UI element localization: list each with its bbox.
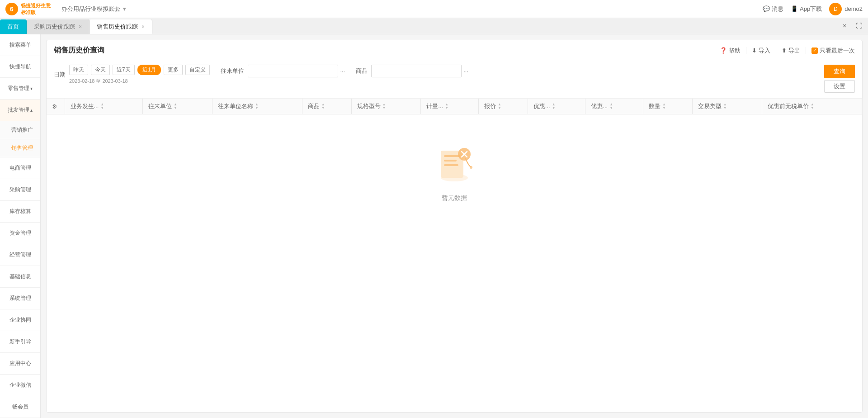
sidebar-item-app-center[interactable]: 应用中心	[0, 353, 40, 375]
divider-1	[746, 47, 746, 54]
sidebar-enterprise-wechat-label: 企业微信	[9, 382, 31, 389]
export-btn[interactable]: ⬆ 导出	[782, 47, 800, 55]
tab-sales-history[interactable]: 销售历史价跟踪 ×	[90, 19, 152, 34]
date-btn-1month[interactable]: 近1月	[137, 65, 161, 75]
partner-input-area: ···	[248, 65, 345, 77]
col-pre-discount-price[interactable]: 优惠前无税单价 ▲▼	[762, 99, 862, 114]
help-btn[interactable]: ❓ 帮助	[720, 47, 741, 55]
sidebar-item-quick-nav[interactable]: 快捷导航	[0, 56, 40, 78]
sidebar-item-ecommerce[interactable]: 电商管理	[0, 157, 40, 179]
settings-icon[interactable]: ⚙	[52, 103, 57, 110]
sidebar-item-search-menu[interactable]: 搜索菜单	[0, 34, 40, 56]
col-price[interactable]: 报价 ▲▼	[478, 99, 528, 114]
sidebar-marketing-label: 营销推广	[11, 126, 33, 134]
sort-arrows-pre-discount-price[interactable]: ▲▼	[811, 103, 814, 110]
empty-state: 暂元数据	[47, 114, 862, 229]
app-title-arrow[interactable]: ▾	[123, 5, 126, 12]
sort-arrows-partner-code[interactable]: ▲▼	[174, 103, 177, 110]
message-btn[interactable]: 💬 消息	[763, 5, 783, 13]
sidebar-item-system-mgmt[interactable]: 系统管理	[0, 288, 40, 309]
sidebar-item-sales-mgmt[interactable]: 销售管理	[0, 139, 40, 157]
date-btn-more[interactable]: 更多	[164, 65, 183, 75]
col-quantity[interactable]: 数量 ▲▼	[643, 99, 692, 114]
table-container: ⚙ 业务发生... ▲▼ 往来单位	[47, 99, 862, 412]
sidebar-member-label: 畅会员	[12, 404, 28, 411]
tab-home[interactable]: 首页	[0, 19, 27, 34]
import-btn[interactable]: ⬇ 导入	[752, 47, 770, 55]
col-product[interactable]: 商品 ▲▼	[302, 99, 351, 114]
tab-bar: 首页 采购历史价跟踪 × 销售历史价跟踪 × × ⛶	[0, 18, 868, 34]
sidebar-item-finance[interactable]: 资金管理	[0, 223, 40, 244]
col-trade-type[interactable]: 交易类型 ▲▼	[692, 99, 762, 114]
sidebar-item-retail-mgmt[interactable]: 零售管理 ▾	[0, 78, 40, 100]
chevron-down-icon: ▾	[30, 86, 33, 91]
svg-point-8	[470, 166, 472, 169]
date-buttons: 昨天 今天 近7天 近1月 更多 自定义	[69, 65, 210, 75]
user-name: demo2	[844, 5, 863, 12]
sidebar-item-marketing[interactable]: 营销推广	[0, 121, 40, 139]
sidebar-item-basic-info[interactable]: 基础信息	[0, 266, 40, 288]
date-filter-group: 日期 昨天 今天 近7天 近1月 更多 自定义 2023-02-18 至 202…	[54, 65, 210, 85]
col-biz-date-label: 业务发生...	[71, 102, 99, 110]
date-btn-7days[interactable]: 近7天	[113, 65, 135, 75]
date-btn-custom[interactable]: 自定义	[185, 65, 210, 75]
user-area[interactable]: D demo2	[829, 3, 863, 15]
sort-arrows-partner-name[interactable]: ▲▼	[255, 103, 259, 110]
partner-input[interactable]	[248, 65, 338, 77]
date-btn-today[interactable]: 今天	[91, 65, 110, 75]
col-unit[interactable]: 计量... ▲▼	[421, 99, 479, 114]
sort-arrows-product[interactable]: ▲▼	[321, 103, 325, 110]
col-discount1[interactable]: 优惠... ▲▼	[528, 99, 585, 114]
col-quantity-label: 数量	[649, 102, 660, 110]
product-dots-btn[interactable]: ···	[463, 68, 468, 75]
sidebar-item-newbie[interactable]: 新手引导	[0, 331, 40, 353]
fullscreen-btn[interactable]: ⛶	[854, 20, 864, 31]
sidebar-app-center-label: 应用中心	[9, 360, 31, 367]
sort-arrows-trade-type[interactable]: ▲▼	[723, 103, 727, 110]
tab-purchase-history-close[interactable]: ×	[79, 24, 82, 30]
sort-arrows-spec[interactable]: ▲▼	[382, 103, 386, 110]
col-trade-type-label: 交易类型	[698, 102, 722, 110]
sidebar-item-enterprise[interactable]: 企业协同	[0, 309, 40, 331]
query-btn[interactable]: 查询	[824, 65, 855, 78]
col-discount2[interactable]: 优惠... ▲▼	[585, 99, 643, 114]
sidebar-item-member[interactable]: 畅会员	[0, 396, 40, 418]
only-last-checkbox-label[interactable]: ✓ 只看最后一次	[811, 47, 855, 55]
download-icon: 📱	[791, 5, 798, 12]
col-spec[interactable]: 规格型号 ▲▼	[351, 99, 421, 114]
col-partner-name[interactable]: 往来单位名称 ▲▼	[212, 99, 302, 114]
tab-home-label: 首页	[7, 23, 19, 31]
date-selector: 昨天 今天 近7天 近1月 更多 自定义 2023-02-18 至 2023-0…	[69, 65, 210, 85]
sidebar-item-wholesale-mgmt[interactable]: 批发管理 ▴	[0, 100, 40, 121]
col-settings: ⚙	[47, 99, 65, 114]
sort-arrows-quantity[interactable]: ▲▼	[662, 103, 666, 110]
col-partner-code[interactable]: 往来单位 ▲▼	[143, 99, 212, 114]
sidebar-system-mgmt-label: 系统管理	[9, 295, 31, 302]
content-area: 销售历史价查询 ❓ 帮助 ⬇ 导入 ⬆ 导出	[41, 34, 868, 418]
tab-sales-history-close[interactable]: ×	[142, 24, 145, 30]
filter-settings-btn[interactable]: 设置	[824, 80, 855, 93]
sidebar-item-operations[interactable]: 经营管理	[0, 244, 40, 266]
product-input[interactable]	[371, 65, 462, 77]
date-btn-yesterday[interactable]: 昨天	[69, 65, 88, 75]
sidebar-ecommerce-label: 电商管理	[9, 165, 31, 172]
header-left: 6 畅捷通好生意 标准版 办公用品行业模拟账套 ▾	[5, 2, 126, 15]
col-discount2-label: 优惠...	[591, 102, 608, 110]
sort-arrows-biz-date[interactable]: ▲▼	[100, 103, 104, 110]
partner-dots-btn[interactable]: ···	[340, 68, 345, 75]
sidebar-item-inventory[interactable]: 库存核算	[0, 201, 40, 223]
close-window-btn[interactable]: ×	[839, 20, 850, 31]
sidebar-item-enterprise-wechat[interactable]: 企业微信	[0, 375, 40, 396]
partner-label: 往来单位	[221, 67, 244, 75]
partner-filter-group: 往来单位 ···	[221, 65, 345, 77]
sidebar-item-purchase-mgmt[interactable]: 采购管理	[0, 179, 40, 201]
tab-purchase-history[interactable]: 采购历史价跟踪 ×	[27, 19, 90, 34]
sort-arrows-discount2[interactable]: ▲▼	[609, 103, 613, 110]
message-icon: 💬	[763, 5, 770, 12]
sort-arrows-unit[interactable]: ▲▼	[445, 103, 448, 110]
col-biz-date[interactable]: 业务发生... ▲▼	[65, 99, 143, 114]
col-price-label: 报价	[484, 102, 496, 110]
sort-arrows-discount1[interactable]: ▲▼	[552, 103, 556, 110]
sort-arrows-price[interactable]: ▲▼	[498, 103, 501, 110]
app-download-btn[interactable]: 📱 App下载	[791, 5, 822, 13]
